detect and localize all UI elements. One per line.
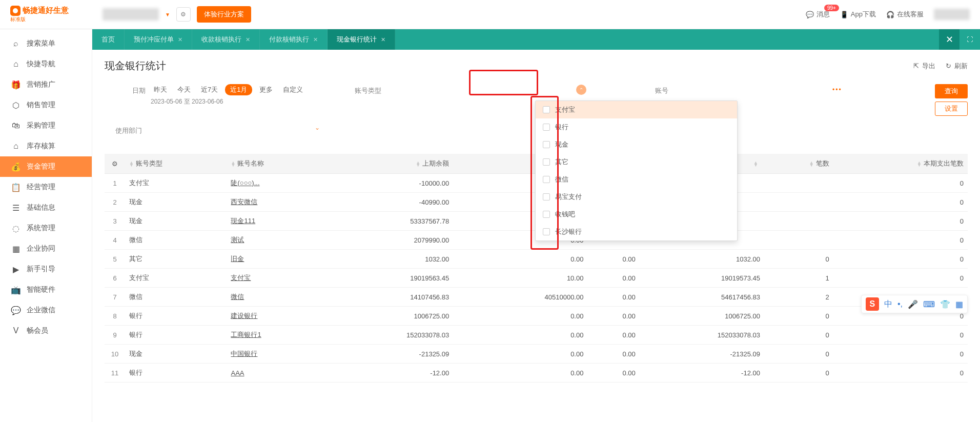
account-name-link[interactable]: 西安微信 xyxy=(231,198,257,206)
column-header[interactable]: ▲▼本期支出笔数 xyxy=(833,154,968,174)
tab[interactable]: 现金银行统计✕ xyxy=(328,29,395,50)
dropdown-item[interactable]: 支付宝 xyxy=(536,101,737,118)
account-name-link[interactable]: 旧金 xyxy=(231,255,244,263)
sidebar-item-4[interactable]: 🛍采购管理 xyxy=(0,115,92,136)
sidebar-item-11[interactable]: ▶新手引导 xyxy=(0,259,92,279)
dropdown-item[interactable]: 易宝支付 xyxy=(536,188,737,206)
tab[interactable]: 预付冲应付单✕ xyxy=(125,29,192,50)
account-name-link[interactable]: 中国银行 xyxy=(231,350,257,357)
ime-skin-icon[interactable]: 👕 xyxy=(940,299,950,309)
sidebar-item-0[interactable]: ⌕搜索菜单 xyxy=(0,33,92,54)
ime-logo-icon[interactable]: S xyxy=(866,297,879,311)
column-header[interactable]: ▲▼笔数 xyxy=(764,154,833,174)
dropdown-item[interactable]: 收钱吧 xyxy=(536,206,737,223)
sidebar-item-5[interactable]: ⌂库存核算 xyxy=(0,136,92,156)
checkbox[interactable] xyxy=(543,141,550,148)
checkbox[interactable] xyxy=(543,211,550,218)
tab[interactable]: 首页 xyxy=(92,29,125,50)
query-button[interactable]: 查询 xyxy=(935,84,968,98)
date-chip[interactable]: 近1月 xyxy=(225,84,252,95)
account-name-link[interactable]: 测试 xyxy=(231,236,244,244)
ime-mic-icon[interactable]: 🎤 xyxy=(908,299,918,309)
sidebar-item-6[interactable]: 💰资金管理 xyxy=(0,156,92,177)
account-name-link[interactable]: AAA xyxy=(231,369,244,377)
main-area: 首页预付冲应付单✕收款核销执行✕付款核销执行✕现金银行统计✕ ✕ ⛶ 现金银行统… xyxy=(92,29,980,422)
sidebar-item-12[interactable]: 📺智能硬件 xyxy=(0,279,92,300)
sidebar-item-8[interactable]: ☰基础信息 xyxy=(0,197,92,218)
column-header[interactable]: ▲▼账号名称 xyxy=(227,154,328,174)
dropdown-item[interactable]: 银行 xyxy=(536,118,737,136)
refresh-button[interactable]: ↻刷新 xyxy=(946,62,968,71)
checkbox[interactable] xyxy=(543,158,550,166)
sidebar-item-1[interactable]: ⌂快捷导航 xyxy=(0,54,92,74)
close-tab-button[interactable]: ✕ xyxy=(939,29,959,50)
sidebar-item-label: 营销推广 xyxy=(27,80,55,89)
tab[interactable]: 收款核销执行✕ xyxy=(192,29,260,50)
chevron-down-icon[interactable]: ⌄ xyxy=(315,124,320,131)
date-chip[interactable]: 更多 xyxy=(256,84,276,95)
column-header[interactable]: ▲▼上期余额 xyxy=(329,154,453,174)
close-icon[interactable]: ✕ xyxy=(246,36,250,43)
dropdown-item[interactable]: 其它 xyxy=(536,153,737,171)
account-name-link[interactable]: 支付宝 xyxy=(231,274,251,282)
account-name-link[interactable]: 建设银行 xyxy=(231,312,257,319)
sidebar-item-13[interactable]: 💬企业微信 xyxy=(0,300,92,320)
company-selector[interactable]: ▼ ⚙ 体验行业方案 xyxy=(92,6,261,23)
collapse-toggle-icon[interactable]: ⌃ xyxy=(576,85,586,95)
try-plan-button[interactable]: 体验行业方案 xyxy=(197,6,251,23)
account-name-link[interactable]: 现金111 xyxy=(231,217,255,225)
settings-button[interactable]: 设置 xyxy=(935,102,968,116)
ime-toolbox-icon[interactable]: ▦ xyxy=(955,299,963,309)
ime-punct-icon[interactable]: •, xyxy=(897,299,903,309)
app-download-label: App下载 xyxy=(851,10,876,19)
sidebar-item-2[interactable]: 🎁营销推广 xyxy=(0,74,92,95)
export-button[interactable]: ⇱导出 xyxy=(913,62,935,71)
account-name-link[interactable]: 工商银行1 xyxy=(231,331,261,338)
tab-label: 首页 xyxy=(101,35,115,44)
date-chip[interactable]: 自定义 xyxy=(280,84,306,95)
account-name-link[interactable]: 微信 xyxy=(231,293,244,300)
dropdown-item[interactable]: 长沙银行 xyxy=(536,223,737,240)
date-chip[interactable]: 近7天 xyxy=(198,84,221,95)
sidebar-item-14[interactable]: V畅会员 xyxy=(0,320,92,341)
date-chip[interactable]: 今天 xyxy=(174,84,194,95)
logo[interactable]: 畅捷通好生意 标准版 xyxy=(0,2,92,28)
tab[interactable]: 付款核销执行✕ xyxy=(260,29,328,50)
account-type-input[interactable] xyxy=(392,86,571,94)
sidebar-item-7[interactable]: 📋经营管理 xyxy=(0,177,92,197)
date-chip[interactable]: 昨天 xyxy=(151,84,170,95)
sidebar-item-3[interactable]: ⬡销售管理 xyxy=(0,95,92,115)
sidebar-item-9[interactable]: ◌系统管理 xyxy=(0,218,92,238)
checkbox[interactable] xyxy=(543,228,550,235)
sidebar-item-label: 智能硬件 xyxy=(27,285,55,294)
checkbox[interactable] xyxy=(543,193,550,200)
close-icon[interactable]: ✕ xyxy=(313,36,318,43)
cell-name: 微信 xyxy=(227,288,328,307)
ime-lang[interactable]: 中 xyxy=(884,299,892,310)
checkbox[interactable] xyxy=(543,124,550,131)
dropdown-item-label: 支付宝 xyxy=(555,105,575,114)
account-no-input[interactable] xyxy=(673,86,827,94)
cell-type: 支付宝 xyxy=(125,174,227,193)
gear-icon[interactable]: ⚙ xyxy=(112,160,118,168)
close-icon[interactable]: ✕ xyxy=(381,36,385,43)
close-icon[interactable]: ✕ xyxy=(178,36,182,43)
settings-gear-button[interactable]: ⚙ xyxy=(176,7,191,22)
more-dots-button[interactable]: ••• xyxy=(832,86,842,93)
column-header[interactable]: ▲▼账号类型 xyxy=(125,154,227,174)
messages-link[interactable]: 💬 消息 99+ xyxy=(806,10,830,19)
checkbox[interactable] xyxy=(543,106,550,113)
fullscreen-button[interactable]: ⛶ xyxy=(959,29,980,50)
dropdown-item[interactable]: 微信 xyxy=(536,171,737,188)
department-select[interactable] xyxy=(147,124,310,132)
account-name-link[interactable]: 陡(○○○)... xyxy=(231,179,259,187)
app-download-link[interactable]: 📱 App下载 xyxy=(840,10,876,19)
cell-outcnt: 0 xyxy=(833,174,968,193)
user-avatar-blurred[interactable] xyxy=(934,9,970,20)
online-service-link[interactable]: 🎧 在线客服 xyxy=(886,10,924,19)
date-filter-label: 日期 xyxy=(105,84,146,95)
ime-keyboard-icon[interactable]: ⌨ xyxy=(923,299,935,309)
checkbox[interactable] xyxy=(543,176,550,183)
dropdown-item[interactable]: 现金 xyxy=(536,136,737,153)
sidebar-item-10[interactable]: ▦企业协同 xyxy=(0,238,92,259)
